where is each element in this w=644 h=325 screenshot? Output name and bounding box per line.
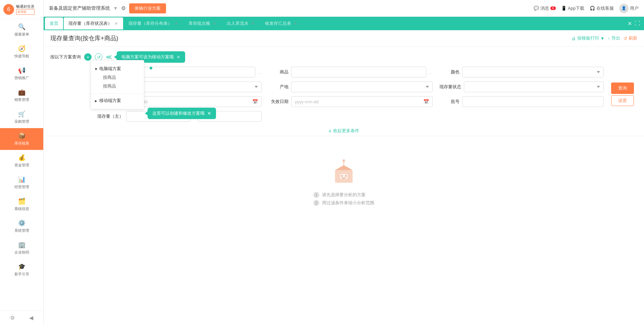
settings-bottom-btn[interactable]: ⚙ xyxy=(10,315,15,321)
stock-status-select[interactable] xyxy=(464,82,604,92)
filter-back-btn[interactable]: ≪ xyxy=(106,53,112,61)
business-icon: 📊 xyxy=(18,176,25,183)
export-btn[interactable]: ↑ 导出 xyxy=(608,35,621,41)
scheme-item-1[interactable]: 按商品 xyxy=(95,73,140,82)
filter-row1: 仓库 ... 商品 ... 颜色 xyxy=(97,67,604,77)
tab-inventory-status[interactable]: 现存量（库存状况表） ✕ xyxy=(64,17,123,30)
content-area: 现存量查询(按仓库+商品) 🖨 按模板打印 ▼ ↑ 导出 ↺ xyxy=(44,30,644,325)
message-badge: 6 xyxy=(550,6,556,10)
sidebar-item-guide[interactable]: 🎓 新手引导 xyxy=(0,259,43,281)
empty-steps-list: 1 请先选择要分析的方案 2 用过滤条件来缩小分析范围 xyxy=(313,192,374,208)
step-num-1: 1 xyxy=(313,192,319,198)
origin-select[interactable] xyxy=(291,82,433,92)
tab-collect-summary[interactable]: 收发存汇总表 ✕ xyxy=(260,17,302,30)
batch-input[interactable] xyxy=(462,96,604,107)
sidebar-item-label: 销售管理 xyxy=(14,97,29,102)
tooltip-arrow xyxy=(114,55,117,59)
filter-origin: 产地 xyxy=(268,82,433,92)
exp-placeholder: yyyy-mm-dd xyxy=(295,99,319,104)
svg-marker-1 xyxy=(335,165,353,170)
color-label: 颜色 xyxy=(439,69,460,75)
logo-title: 畅通好生意 xyxy=(16,4,35,9)
tab-close-btn[interactable]: ✕ xyxy=(293,21,298,26)
sidebar-item-business[interactable]: 📊 经营管理 xyxy=(0,172,43,194)
tab-home[interactable]: 首页 xyxy=(45,17,63,30)
sidebar-item-label: 经营管理 xyxy=(14,184,29,189)
sidebar-item-sales[interactable]: 💼 销售管理 xyxy=(0,85,43,106)
refresh-btn[interactable]: ↺ 刷新 xyxy=(624,35,637,41)
print-btn[interactable]: 🖨 按模板打印 ▼ xyxy=(572,35,605,41)
inventory-icon: 📦 xyxy=(18,132,25,140)
scheme-mobile-toggle[interactable]: ▸ 移动端方案 xyxy=(95,96,140,105)
refresh-icon: ↺ xyxy=(624,36,627,41)
sidebar-item-inventory[interactable]: 📦 库存核算 xyxy=(0,128,43,150)
tooltip1-close[interactable]: ✕ xyxy=(176,54,180,60)
tab-close-btn[interactable]: ✕ xyxy=(251,21,255,26)
tab-expand-btn[interactable]: ⛶ xyxy=(635,20,640,26)
stock-qty-label: 现存量（主） xyxy=(97,113,123,119)
export-icon: ↑ xyxy=(608,36,610,41)
sidebar-item-search[interactable]: 🔍 搜索菜单 xyxy=(0,19,43,41)
warehouse-dots[interactable]: ... xyxy=(258,70,262,75)
product-input[interactable] xyxy=(291,67,426,77)
tab-close-all-btn[interactable]: ✕ xyxy=(628,20,632,27)
industry-btn[interactable]: 体验行业方案 xyxy=(129,3,166,13)
reset-btn[interactable]: 设置 xyxy=(611,95,634,106)
tab-batch-account[interactable]: 库存批次账 ✕ xyxy=(184,17,221,30)
app-download-action[interactable]: 📱 App下载 xyxy=(561,5,584,11)
calendar-icon: 📅 xyxy=(252,99,258,104)
sidebar-item-label: 资金管理 xyxy=(14,163,29,168)
header-settings-btn[interactable]: ⚙ xyxy=(121,5,126,11)
product-dots[interactable]: ... xyxy=(429,70,433,75)
scheme-divider xyxy=(91,93,144,94)
sidebar-item-marketing[interactable]: 📢 营销推广 xyxy=(0,63,43,85)
search-btn-group: 查询 设置 xyxy=(608,67,637,122)
color-select[interactable] xyxy=(462,67,604,77)
filter-row2: 尺码 产地 现存量状态 xyxy=(97,82,604,92)
collapse-sidebar-btn[interactable]: ◀ xyxy=(29,315,33,321)
filter-refresh-btn[interactable]: ↺ xyxy=(95,53,102,61)
search-icon: 🔍 xyxy=(18,23,25,31)
collapse-row: ∧ 收起更多条件 xyxy=(50,126,637,136)
tooltip2-close[interactable]: ✕ xyxy=(207,111,211,116)
user-action[interactable]: 👤 用户 xyxy=(619,4,639,13)
message-action[interactable]: 💬 消息 6 xyxy=(534,5,556,11)
headset-icon: 🎧 xyxy=(590,6,595,11)
sidebar-item-finance[interactable]: 💰 资金管理 xyxy=(0,150,43,172)
exp-date-label: 失效日期 xyxy=(268,99,288,105)
tab-controls: ✕ ⛶ xyxy=(628,20,643,27)
tab-close-btn[interactable]: ✕ xyxy=(114,21,118,26)
logo-area: 6 畅通好生意 标准版 xyxy=(0,0,43,19)
filter-area: 按以下方案查询 + ↺ ≪ 电脑方案可设为移动方案哦 ✕ xyxy=(44,47,644,136)
support-action[interactable]: 🎧 在线客服 xyxy=(590,5,614,11)
page-content: 现存量查询(按仓库+商品) 🖨 按模板打印 ▼ ↑ 导出 ↺ xyxy=(44,30,644,325)
sidebar-item-basic[interactable]: 🗂️ 基础信息 xyxy=(0,194,43,215)
system-dropdown-icon[interactable]: ▼ xyxy=(113,6,118,11)
step2-text: 用过滤条件来缩小分析范围 xyxy=(322,200,374,206)
filter-batch: 批号 xyxy=(439,96,604,107)
collapse-btn[interactable]: ∧ 收起更多条件 xyxy=(328,128,359,134)
exp-date-input[interactable]: yyyy-mm-dd 📅 xyxy=(291,96,433,107)
sidebar-item-system[interactable]: ⚙️ 系统管理 xyxy=(0,215,43,237)
scheme-desktop-toggle[interactable]: ▾ 电脑端方案 xyxy=(95,64,140,73)
tab-inout-flow[interactable]: 出入库流水 ✕ xyxy=(222,17,260,30)
step-num-2: 2 xyxy=(313,200,319,206)
refresh-label: 刷新 xyxy=(629,35,637,41)
search-btn[interactable]: 查询 xyxy=(611,83,634,94)
tab-label: 库存批次账 xyxy=(189,20,210,26)
tab-close-btn[interactable]: ✕ xyxy=(212,21,217,26)
sales-icon: 💼 xyxy=(18,89,25,96)
sidebar-item-purchase[interactable]: 🛒 采购管理 xyxy=(0,106,43,128)
tab-inventory-dist[interactable]: 现存量（库存分布表） ✕ xyxy=(124,17,183,30)
page-title: 现存量查询(按仓库+商品) xyxy=(50,34,118,42)
filter-add-btn[interactable]: + xyxy=(84,53,92,61)
empty-illustration xyxy=(329,156,359,186)
sidebar-item-quicknav[interactable]: 🧭 快捷导航 xyxy=(0,41,43,63)
sidebar-item-enterprise[interactable]: 🏢 企业协同 xyxy=(0,237,43,259)
scheme-item-2[interactable]: 按商品 xyxy=(95,82,140,91)
sidebar-bottom: ⚙ ◀ xyxy=(0,310,43,325)
user-label: 用户 xyxy=(630,5,639,11)
tab-close-btn[interactable]: ✕ xyxy=(174,21,178,26)
tab-label: 现存量（库存状况表） xyxy=(68,20,112,26)
print-icon: 🖨 xyxy=(572,36,576,41)
